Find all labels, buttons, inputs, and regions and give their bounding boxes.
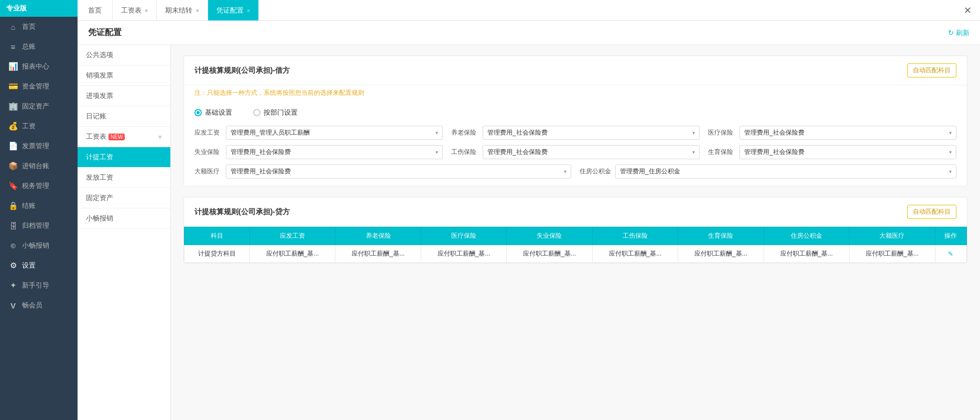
auto-match-debit-button[interactable]: 自动匹配科目 bbox=[907, 63, 956, 78]
sidebar-item-guide[interactable]: ✦ 新手引导 bbox=[0, 275, 78, 295]
ledger-icon: ≡ bbox=[8, 42, 18, 51]
sidebar-item-vip[interactable]: V 畅会员 bbox=[0, 295, 78, 315]
cell-housing: 应付职工薪酬_基... bbox=[764, 245, 849, 263]
menu-item-input-invoice[interactable]: 进项发票 bbox=[78, 86, 170, 106]
tab-close-salary[interactable]: × bbox=[145, 7, 148, 14]
menu-item-cancel-invoice[interactable]: 销项发票 bbox=[78, 65, 170, 86]
col-medical: 医疗保险 bbox=[421, 227, 506, 245]
col-maternity: 生育保险 bbox=[678, 227, 764, 245]
vip-icon: V bbox=[8, 301, 18, 310]
purchase-icon: 📦 bbox=[8, 161, 18, 171]
tab-close-period[interactable]: × bbox=[195, 7, 199, 14]
sidebar-item-salary[interactable]: 💰 工资 bbox=[0, 116, 78, 136]
sidebar-item-finance[interactable]: 💳 资金管理 bbox=[0, 76, 78, 96]
sidebar-item-tax[interactable]: 🔖 税务管理 bbox=[0, 176, 78, 196]
page-header: 凭证配置 ↻ 刷新 bbox=[78, 21, 980, 45]
tab-bar: 首页 工资表 × 期末结转 × 凭证配置 × ✕ bbox=[78, 0, 980, 21]
salary-icon: 💰 bbox=[8, 121, 18, 131]
sidebar-item-purchase[interactable]: 📦 进销台账 bbox=[0, 156, 78, 176]
section-debit-body: 基础设置 按部门设置 应发工资 管理费用_管理人员职工薪酬 bbox=[184, 101, 967, 186]
sidebar-item-archive[interactable]: 🗄 归档管理 bbox=[0, 216, 78, 236]
home-icon: ⌂ bbox=[8, 23, 18, 31]
refresh-icon: ↻ bbox=[948, 29, 954, 37]
menu-item-fixed-asset[interactable]: 固定资产 bbox=[78, 188, 170, 208]
form-select-salary[interactable]: 管理费用_管理人员职工薪酬 ▾ bbox=[226, 126, 443, 140]
form-grid-row1: 应发工资 管理费用_管理人员职工薪酬 ▾ 养老保险 管理费用_社会保险费 ▾ bbox=[194, 126, 956, 140]
tab-period-close[interactable]: 期末结转 × bbox=[157, 0, 208, 20]
form-label-housing: 住房公积金 bbox=[580, 167, 611, 176]
form-label-major-medical: 大额医疗 bbox=[194, 167, 222, 176]
form-select-medical[interactable]: 管理费用_社会保险费 ▾ bbox=[739, 126, 956, 140]
menu-item-journal[interactable]: 日记账 bbox=[78, 106, 170, 127]
cell-salary: 应付职工薪酬_基... bbox=[249, 245, 335, 263]
col-salary: 应发工资 bbox=[249, 227, 335, 245]
form-label-maternity: 生育保险 bbox=[708, 148, 735, 157]
cell-injury: 应付职工薪酬_基... bbox=[592, 245, 678, 263]
col-housing: 住房公积金 bbox=[764, 227, 849, 245]
form-item-unemployment: 失业保险 管理费用_社会保险费 ▾ bbox=[194, 145, 443, 159]
sidebar-item-settings[interactable]: ⚙ 设置 bbox=[0, 256, 78, 275]
tab-voucher-config[interactable]: 凭证配置 × bbox=[208, 0, 259, 20]
sidebar-item-report[interactable]: 📊 报表中心 bbox=[0, 57, 78, 76]
form-grid-row3: 大额医疗 管理费用_社会保险费 ▾ 住房公积金 管理费用_住房公积金 ▾ bbox=[194, 164, 956, 179]
tab-salary-table[interactable]: 工资表 × bbox=[113, 0, 157, 20]
sidebar-item-xiaochang[interactable]: © 小畅报销 bbox=[0, 236, 78, 256]
menu-item-salary-calc[interactable]: 计提工资 bbox=[78, 147, 170, 168]
radio-department-circle bbox=[253, 109, 260, 116]
right-content: 计提核算规则(公司承担)-借方 自动匹配科目 注：只能选择一种方式，系统将按照您… bbox=[171, 45, 980, 420]
sidebar: 专业版 ⌂ 首页 ≡ 总账 📊 报表中心 💳 资金管理 🏢 固定资产 💰 工资 … bbox=[0, 0, 78, 420]
refresh-button[interactable]: ↻ 刷新 bbox=[948, 28, 970, 38]
sidebar-item-asset[interactable]: 🏢 固定资产 bbox=[0, 96, 78, 116]
invoice-icon: 📄 bbox=[8, 141, 18, 151]
cell-unemployment: 应付职工薪酬_基... bbox=[507, 245, 592, 263]
sidebar-item-ledger[interactable]: ≡ 总账 bbox=[0, 37, 78, 57]
cell-action[interactable]: ✎ bbox=[935, 245, 966, 263]
chevron-down-icon: ▾ bbox=[435, 130, 438, 136]
cell-subject: 计提贷方科目 bbox=[184, 245, 250, 263]
col-pension: 养老保险 bbox=[335, 227, 421, 245]
edit-icon[interactable]: ✎ bbox=[948, 250, 953, 258]
form-select-injury[interactable]: 管理费用_社会保险费 ▾ bbox=[483, 145, 700, 159]
form-item-medical: 医疗保险 管理费用_社会保险费 ▾ bbox=[708, 126, 956, 140]
report-icon: 📊 bbox=[8, 62, 18, 71]
section-debit: 计提核算规则(公司承担)-借方 自动匹配科目 注：只能选择一种方式，系统将按照您… bbox=[183, 56, 967, 186]
menu-item-salary-table[interactable]: 工资表 NEW ▾ bbox=[78, 127, 170, 147]
col-injury: 工伤保险 bbox=[592, 227, 678, 245]
col-action: 操作 bbox=[935, 227, 966, 245]
auto-match-credit-button[interactable]: 自动匹配科目 bbox=[907, 205, 956, 219]
form-select-major-medical[interactable]: 管理费用_社会保险费 ▾ bbox=[226, 164, 571, 179]
chevron-down-icon: ▾ bbox=[692, 130, 695, 136]
form-select-housing[interactable]: 管理费用_住房公积金 ▾ bbox=[615, 164, 956, 179]
radio-group: 基础设置 按部门设置 bbox=[194, 108, 956, 117]
menu-item-salary-pay[interactable]: 发放工资 bbox=[78, 168, 170, 188]
form-select-unemployment[interactable]: 管理费用_社会保险费 ▾ bbox=[226, 145, 443, 159]
window-close-icon[interactable]: ✕ bbox=[964, 5, 972, 16]
chevron-down-icon: ▾ bbox=[949, 130, 952, 136]
section-credit: 计提核算规则(公司承担)-贷方 自动匹配科目 科目 应发工资 养老保险 医疗保险… bbox=[183, 197, 967, 263]
section-credit-table-wrap: 科目 应发工资 养老保险 医疗保险 失业保险 工伤保险 生育保险 住房公积金 大… bbox=[184, 227, 967, 263]
sidebar-item-close[interactable]: 🔒 结账 bbox=[0, 196, 78, 216]
form-select-maternity[interactable]: 管理费用_社会保险费 ▾ bbox=[739, 145, 956, 159]
radio-department[interactable]: 按部门设置 bbox=[253, 108, 298, 117]
form-item-major-medical: 大额医疗 管理费用_社会保险费 ▾ bbox=[194, 164, 571, 179]
sidebar-item-invoice[interactable]: 📄 发票管理 bbox=[0, 136, 78, 156]
tab-close-voucher[interactable]: × bbox=[247, 7, 250, 14]
form-label-injury: 工伤保险 bbox=[451, 148, 478, 157]
asset-icon: 🏢 bbox=[8, 102, 18, 111]
tab-home[interactable]: 首页 bbox=[78, 0, 113, 20]
main-area: 首页 工资表 × 期末结转 × 凭证配置 × ✕ 凭证配置 ↻ 刷新 公共选项 bbox=[78, 0, 980, 420]
form-label-pension: 养老保险 bbox=[451, 128, 478, 137]
form-item-salary: 应发工资 管理费用_管理人员职工薪酬 ▾ bbox=[194, 126, 443, 140]
section-credit-header: 计提核算规则(公司承担)-贷方 自动匹配科目 bbox=[184, 197, 967, 227]
menu-item-public[interactable]: 公共选项 bbox=[78, 45, 170, 65]
table-row: 计提贷方科目 应付职工薪酬_基... 应付职工薪酬_基... 应付职工薪酬_基.… bbox=[184, 245, 967, 263]
content-area: 公共选项 销项发票 进项发票 日记账 工资表 NEW ▾ 计提工资 发放工资 bbox=[78, 45, 980, 420]
sidebar-item-home[interactable]: ⌂ 首页 bbox=[0, 17, 78, 37]
form-select-pension[interactable]: 管理费用_社会保险费 ▾ bbox=[483, 126, 700, 140]
form-label-unemployment: 失业保险 bbox=[194, 148, 222, 157]
radio-basic[interactable]: 基础设置 bbox=[194, 108, 232, 117]
form-item-housing: 住房公积金 管理费用_住房公积金 ▾ bbox=[580, 164, 956, 179]
radio-basic-circle bbox=[194, 109, 202, 116]
menu-item-expense[interactable]: 小畅报销 bbox=[78, 208, 170, 229]
left-menu: 公共选项 销项发票 进项发票 日记账 工资表 NEW ▾ 计提工资 发放工资 bbox=[78, 45, 171, 420]
